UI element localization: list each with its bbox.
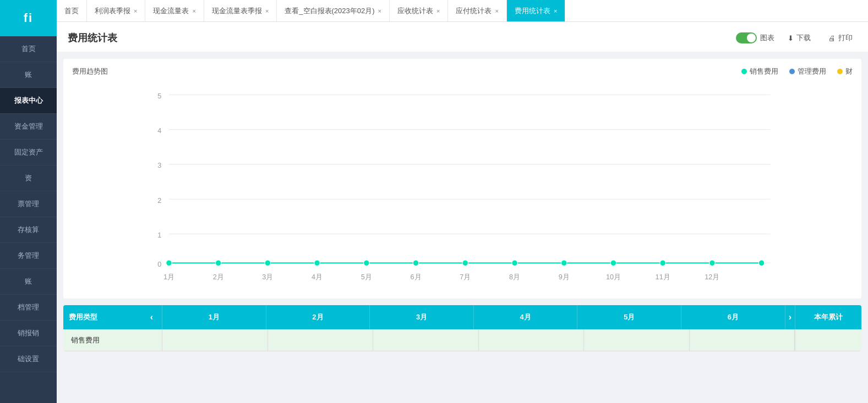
sidebar-item-asset[interactable]: 固定资产 [0, 140, 57, 165]
tab-bar: 首页 利润表季报 × 现金流量表 × 现金流量表季报 × 查看_空白报表(202… [57, 0, 868, 22]
legend-admin-label: 管理费用 [798, 67, 826, 76]
td-month-3 [373, 329, 479, 351]
svg-point-22 [660, 260, 666, 266]
svg-point-16 [364, 260, 370, 266]
td-month-5 [584, 329, 690, 351]
download-label: 下载 [796, 33, 811, 43]
svg-point-17 [413, 260, 419, 266]
svg-text:2月: 2月 [213, 273, 224, 281]
chart-title: 费用趋势图 [72, 67, 108, 76]
page-title: 费用统计表 [68, 31, 117, 45]
sidebar-item-ledger[interactable]: 账 [0, 269, 57, 295]
th-type-label: 费用类型 [69, 312, 97, 322]
legend-finance: 财 [837, 67, 853, 76]
sidebar-item-archive[interactable]: 档管理 [0, 295, 57, 321]
print-icon: 🖨 [828, 34, 836, 42]
svg-text:5月: 5月 [361, 273, 372, 281]
sidebar-item-account[interactable]: 账 [0, 62, 57, 88]
sidebar-item-service[interactable]: 务管理 [0, 243, 57, 269]
svg-point-20 [561, 260, 567, 266]
svg-text:11月: 11月 [656, 273, 670, 281]
legend-finance-label: 财 [845, 67, 853, 76]
tab-close-expense[interactable]: × [554, 8, 557, 14]
legend-admin: 管理费用 [789, 67, 826, 76]
td-type-sales: 销售费用 [63, 329, 162, 351]
tab-payable[interactable]: 应付统计表 × [448, 0, 506, 22]
svg-text:3: 3 [157, 162, 161, 169]
sidebar-item-writeoff[interactable]: 销报销 [0, 321, 57, 346]
chart-svg-wrapper: 5 4 3 2 1 0 [72, 82, 853, 291]
svg-point-15 [314, 260, 320, 266]
table-row: 销售费用 [63, 329, 861, 351]
legend-dot-finance [837, 69, 843, 74]
legend-sales: 销售费用 [741, 67, 778, 76]
download-icon: ⬇ [788, 34, 794, 42]
th-month-5: 5月 [577, 305, 681, 329]
th-month-4: 4月 [474, 305, 578, 329]
chart-section: 费用趋势图 销售费用 管理费用 财 [63, 59, 861, 299]
td-month-2 [268, 329, 374, 351]
th-month-1: 1月 [162, 305, 266, 329]
th-month-3: 3月 [370, 305, 474, 329]
toggle-text: 图表 [760, 33, 774, 43]
chart-header: 费用趋势图 销售费用 管理费用 财 [72, 67, 853, 76]
app-logo: fi [0, 0, 57, 36]
svg-point-24 [758, 260, 765, 266]
td-month-6 [690, 329, 795, 351]
chart-legend: 销售费用 管理费用 财 [741, 67, 853, 76]
td-month-4 [479, 329, 585, 351]
svg-text:3月: 3月 [262, 273, 273, 281]
svg-point-13 [215, 260, 221, 266]
legend-dot-sales [741, 69, 747, 74]
tab-close-cashflow[interactable]: × [192, 8, 195, 14]
th-month-2: 2月 [266, 305, 370, 329]
sidebar-item-inventory[interactable]: 存核算 [0, 217, 57, 243]
svg-text:1月: 1月 [163, 273, 174, 281]
svg-text:0: 0 [157, 261, 161, 268]
chart-svg: 5 4 3 2 1 0 [72, 82, 853, 291]
chart-toggle[interactable] [736, 32, 757, 43]
next-arrow[interactable]: › [785, 312, 795, 322]
expense-table: 费用类型 ‹ 1月 2月 3月 4月 5月 6月 › 本年累计 销售费用 [63, 305, 861, 351]
tab-close-cashflow-q[interactable]: × [265, 8, 269, 14]
svg-text:10月: 10月 [606, 273, 621, 281]
svg-text:4: 4 [157, 127, 161, 135]
th-nav-next[interactable]: › [785, 305, 795, 329]
sidebar-item-fund[interactable]: 资金管理 [0, 114, 57, 140]
svg-text:5: 5 [157, 92, 161, 100]
legend-sales-label: 销售费用 [750, 67, 778, 76]
tab-close-blank[interactable]: × [378, 8, 381, 14]
download-button[interactable]: ⬇ 下载 [783, 31, 815, 45]
tab-home[interactable]: 首页 [57, 0, 87, 22]
prev-arrow[interactable]: ‹ [147, 312, 156, 322]
svg-text:7月: 7月 [460, 273, 471, 281]
svg-point-18 [462, 260, 468, 266]
tab-blank[interactable]: 查看_空白报表(2023年02月) × [277, 0, 390, 22]
tab-cashflow-q[interactable]: 现金流量表季报 × [204, 0, 277, 22]
svg-point-23 [709, 260, 716, 266]
tab-profit[interactable]: 利润表季报 × [87, 0, 145, 22]
legend-dot-admin [789, 69, 795, 74]
svg-text:6月: 6月 [411, 273, 422, 281]
svg-point-19 [512, 260, 518, 266]
tab-close-payable[interactable]: × [495, 8, 498, 14]
th-total: 本年累计 [795, 305, 861, 329]
tab-close-profit[interactable]: × [134, 8, 137, 14]
tab-cashflow[interactable]: 现金流量表 × [145, 0, 204, 22]
sidebar-item-settings[interactable]: 础设置 [0, 346, 57, 372]
sidebar-item-invoice[interactable]: 票管理 [0, 191, 57, 217]
tab-close-receivable[interactable]: × [436, 8, 440, 14]
sidebar-item-capital[interactable]: 资 [0, 165, 57, 191]
svg-text:2: 2 [157, 197, 161, 205]
page-content: 费用统计表 图表 ⬇ 下载 🖨 打印 费用趋势图 [57, 22, 868, 403]
tab-expense[interactable]: 费用统计表 × [507, 0, 565, 22]
print-button[interactable]: 🖨 打印 [824, 31, 857, 45]
sidebar-item-home[interactable]: 首页 [0, 36, 57, 62]
td-month-1 [162, 329, 268, 351]
svg-point-14 [265, 260, 271, 266]
td-total [795, 329, 861, 351]
tab-receivable[interactable]: 应收统计表 × [390, 0, 448, 22]
sidebar-item-report[interactable]: 报表中心 [0, 88, 57, 114]
th-month-6: 6月 [681, 305, 785, 329]
svg-text:9月: 9月 [559, 273, 570, 281]
